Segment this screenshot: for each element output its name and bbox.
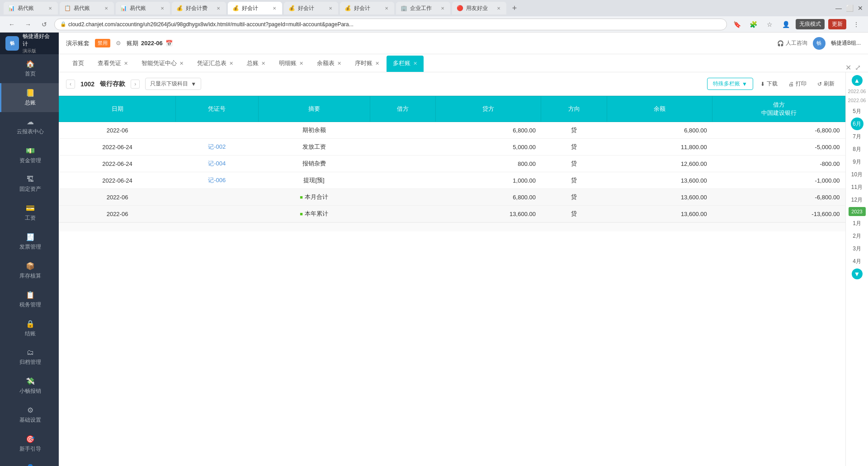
tab-smart-voucher-close[interactable]: ✕ <box>179 61 184 66</box>
refresh-button[interactable]: ↺ 刷新 <box>814 78 838 90</box>
tab-2-close[interactable]: ✕ <box>103 5 109 11</box>
sidebar-item-home[interactable]: 🏠 首页 <box>0 54 59 83</box>
date-month-12[interactable]: 12月 <box>847 193 867 206</box>
sidebar-item-ledger[interactable]: 📒 总账 <box>0 83 59 112</box>
sidebar-item-inventory[interactable]: 📦 库存核算 <box>0 256 59 285</box>
tab-balance-sheet-close[interactable]: ✕ <box>337 61 341 66</box>
incognito-mode-button[interactable]: 无痕模式 <box>796 19 825 29</box>
tab-homepage[interactable]: 首页 <box>66 56 90 72</box>
tab-smart-voucher[interactable]: 智能凭证中心 ✕ <box>135 56 190 72</box>
sidebar-item-member[interactable]: 👤 畅会员 <box>0 458 59 466</box>
tab-7-close[interactable]: ✕ <box>383 5 390 11</box>
update-button[interactable]: 更新 <box>828 19 846 29</box>
tab-detail-ledger[interactable]: 明细账 ✕ <box>273 56 310 72</box>
date-month-11[interactable]: 11月 <box>847 181 867 193</box>
next-account-button[interactable]: › <box>131 80 140 89</box>
tab-2[interactable]: 📋 易代账 ✕ <box>60 2 114 14</box>
sidebar-item-salary[interactable]: 💳 工资 <box>0 198 59 227</box>
sidebar-item-close-accounts[interactable]: 🔒 结账 <box>0 314 59 343</box>
table-cell: 贷 <box>541 206 607 222</box>
table-cell[interactable]: 记-004 <box>176 155 258 172</box>
tab-voucher-summary-close[interactable]: ✕ <box>229 61 233 66</box>
date-month-2023-4[interactable]: 4月 <box>847 255 867 268</box>
reload-button[interactable]: ↺ <box>38 18 51 31</box>
download-button[interactable]: ⬇ 下载 <box>757 78 781 90</box>
date-scroll-down[interactable]: ▼ <box>852 268 863 279</box>
topbar-settings-icon[interactable]: ⚙ <box>116 40 121 47</box>
tab-6-close[interactable]: ✕ <box>327 5 334 11</box>
tab-5-close[interactable]: ✕ <box>271 5 278 11</box>
print-button[interactable]: 🖨 打印 <box>785 78 810 90</box>
tab-voucher-summary[interactable]: 凭证汇总表 ✕ <box>191 56 240 72</box>
tab-general-ledger[interactable]: 总账 ✕ <box>241 56 272 72</box>
maximize-button[interactable]: ⬜ <box>845 4 854 12</box>
tab-3-close[interactable]: ✕ <box>159 5 165 11</box>
tab-general-ledger-close[interactable]: ✕ <box>261 61 265 66</box>
date-month-9[interactable]: 9月 <box>847 155 867 168</box>
back-button[interactable]: ← <box>5 18 18 31</box>
tab-7[interactable]: 💰 好会计 ✕ <box>340 2 394 14</box>
menu-button[interactable]: ⋮ <box>850 18 863 31</box>
date-scroll-up[interactable]: ▲ <box>852 75 863 86</box>
tab-4[interactable]: 💰 好会计费 ✕ <box>172 2 226 14</box>
tab-9[interactable]: 🔴 用友好业 ✕ <box>452 2 506 14</box>
panel-expand-icon[interactable]: ⤢ <box>855 63 861 72</box>
tab-multi-column[interactable]: 多栏账 ✕ <box>387 56 424 72</box>
tab-detail-ledger-close[interactable]: ✕ <box>299 61 303 66</box>
date-month-2023-3[interactable]: 3月 <box>847 242 867 255</box>
minimize-button[interactable]: — <box>835 4 843 12</box>
tab-8-close[interactable]: ✕ <box>439 5 446 11</box>
calendar-icon[interactable]: 📅 <box>165 40 173 47</box>
bookmark-button[interactable]: 🔖 <box>731 18 743 31</box>
url-bar[interactable]: 🔒 cloud2.chanjet.com/accounting/uh26t264… <box>54 19 727 30</box>
tab-4-close[interactable]: ✕ <box>215 5 222 11</box>
sidebar-item-archive[interactable]: 🗂 归档管理 <box>0 343 59 372</box>
date-month-2023-1[interactable]: 1月 <box>847 217 867 230</box>
table-cell[interactable]: 记-002 <box>176 139 258 155</box>
sidebar-item-fund[interactable]: 💵 资金管理 <box>0 141 59 170</box>
prev-account-button[interactable]: ‹ <box>66 80 75 89</box>
star-button[interactable]: ☆ <box>763 18 776 31</box>
profile-button[interactable]: 👤 <box>779 18 792 31</box>
horizontal-scrollbar[interactable] <box>59 222 845 231</box>
fund-icon: 💵 <box>26 146 35 155</box>
tab-sequential-ledger[interactable]: 序时账 ✕ <box>349 56 386 72</box>
sidebar-item-invoice[interactable]: 🧾 发票管理 <box>0 227 59 256</box>
tab-view-voucher-close[interactable]: ✕ <box>124 61 128 66</box>
date-month-10[interactable]: 10月 <box>847 168 867 181</box>
sidebar-item-settings[interactable]: ⚙ 基础设置 <box>0 400 59 429</box>
user-name: 畅捷通B组... <box>831 39 861 47</box>
tab-9-close[interactable]: ✕ <box>495 5 502 11</box>
date-month-8[interactable]: 8月 <box>847 143 867 155</box>
tab-6[interactable]: 💰 好会计 ✕ <box>284 2 338 14</box>
sidebar-item-guide[interactable]: 🎯 新手引导 <box>0 429 59 458</box>
date-month-6[interactable]: 6月 <box>851 118 863 130</box>
date-month-2023-2[interactable]: 2月 <box>847 230 867 242</box>
sub-filter-dropdown[interactable]: 只显示下级科目 ▼ <box>145 78 201 90</box>
tab-1-close[interactable]: ✕ <box>47 5 53 11</box>
sidebar-item-tax[interactable]: 📋 税务管理 <box>0 285 59 314</box>
sidebar-item-cloud-report[interactable]: ☁ 云报表中心 <box>0 112 59 141</box>
new-tab-button[interactable]: + <box>508 2 521 14</box>
tab-8[interactable]: 🏢 企业工作 ✕ <box>396 2 450 14</box>
extension-button[interactable]: 🧩 <box>747 18 760 31</box>
tab-multi-column-close[interactable]: ✕ <box>413 61 417 66</box>
tab-5[interactable]: 💰 好会计 ✕ <box>228 2 282 14</box>
table-cell[interactable]: 记-006 <box>176 172 258 189</box>
date-panel-header2: 2022.06 <box>846 96 868 105</box>
tab-1[interactable]: 📊 易代账 ✕ <box>4 2 58 14</box>
tab-view-voucher[interactable]: 查看凭证 ✕ <box>91 56 134 72</box>
account-badge: 禁用 <box>95 39 110 47</box>
tab-3[interactable]: 📊 易代账 ✕ <box>116 2 170 14</box>
multi-col-button[interactable]: 特殊多栏账 ▼ <box>707 78 753 90</box>
sidebar-item-asset[interactable]: 🏗 固定资产 <box>0 170 59 198</box>
date-month-5[interactable]: 5月 <box>847 105 867 118</box>
consult-button[interactable]: 🎧 人工咨询 <box>777 39 807 47</box>
date-month-7[interactable]: 7月 <box>847 130 867 143</box>
tab-balance-sheet[interactable]: 余额表 ✕ <box>311 56 348 72</box>
forward-button[interactable]: → <box>22 18 34 31</box>
close-button[interactable]: ✕ <box>856 4 864 12</box>
tab-sequential-ledger-close[interactable]: ✕ <box>375 61 379 66</box>
panel-close-icon[interactable]: ✕ <box>845 63 851 72</box>
sidebar-item-expense[interactable]: 💸 小畅报销 <box>0 372 59 400</box>
